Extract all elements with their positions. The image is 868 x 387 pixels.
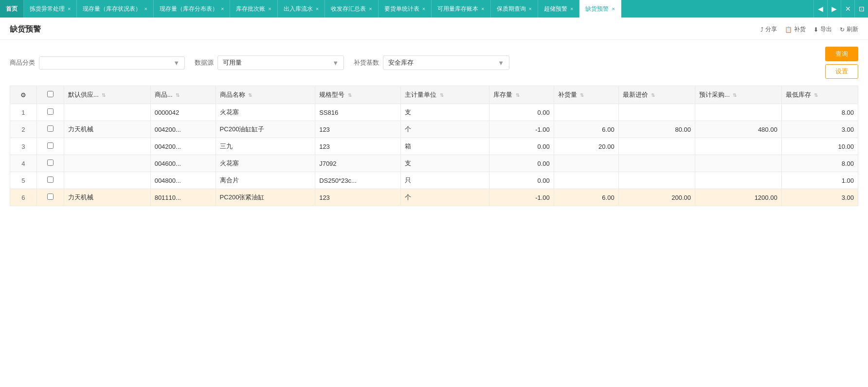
share-button[interactable]: ⤴ 分享 <box>760 25 777 34</box>
row-checkbox-1[interactable] <box>36 104 64 121</box>
tab-overstock[interactable]: 超储预警 × <box>538 0 579 18</box>
filter-actions: 查询 设置 <box>825 47 858 79</box>
row-num-6: 6 <box>10 189 37 206</box>
row-replenish-qty-5 <box>554 172 618 189</box>
col-settings[interactable]: ⚙ <box>10 86 37 104</box>
row-checkbox-6[interactable] <box>36 189 64 206</box>
tab-inventory-dist[interactable]: 现存量（库存分布表） × <box>154 0 230 18</box>
row-stock-qty-4: 0.00 <box>489 155 554 172</box>
row-latest-price-2: 80.00 <box>618 121 695 138</box>
col-min-stock[interactable]: 最低库存 ⇅ <box>781 86 858 104</box>
col-est-purchase[interactable]: 预计采购... ⇅ <box>695 86 781 104</box>
col-checkbox <box>36 86 64 104</box>
col-replenish-qty[interactable]: 补货量 ⇅ <box>554 86 618 104</box>
datasource-select-arrow-icon: ▼ <box>332 59 339 67</box>
row-stock-qty-2: -1.00 <box>489 121 554 138</box>
refresh-icon: ↻ <box>840 26 845 33</box>
row-spec-1: SS816 <box>315 104 401 121</box>
settings-button[interactable]: 设置 <box>825 64 858 79</box>
row-stock-qty-5: 0.00 <box>489 172 554 189</box>
sort-latest-price-icon: ⇅ <box>651 92 655 98</box>
row-select-checkbox-6[interactable] <box>47 194 54 200</box>
table-row: 2 力天机械 004200... PC200油缸缸子 123 个 -1.00 6… <box>10 121 858 138</box>
row-default-supplier-4 <box>64 155 150 172</box>
tab-available-ledger[interactable]: 可用量库存账本 × <box>432 0 490 18</box>
row-est-purchase-2: 480.00 <box>695 121 781 138</box>
tab-close-all-button[interactable]: ✕ <box>841 0 854 18</box>
tab-prev-button[interactable]: ◀ <box>814 0 827 18</box>
row-stock-qty-6: -1.00 <box>489 189 554 206</box>
row-replenish-qty-2: 6.00 <box>554 121 618 138</box>
tab-home[interactable]: 首页 <box>0 0 24 18</box>
sort-product-code-icon: ⇅ <box>176 92 180 98</box>
tab-order-stats[interactable]: 要货单统计表 × <box>379 0 432 18</box>
row-select-checkbox-1[interactable] <box>47 108 54 115</box>
row-product-name-3: 三九 <box>216 138 315 155</box>
col-product-code[interactable]: 商品... ⇅ <box>150 86 216 104</box>
datasource-filter-label: 数据源 <box>195 58 214 67</box>
close-tab-batch-account[interactable]: × <box>268 6 271 12</box>
row-unit-5: 只 <box>401 172 489 189</box>
row-num-1: 1 <box>10 104 37 121</box>
row-checkbox-3[interactable] <box>36 138 64 155</box>
sort-default-supplier-icon: ⇅ <box>102 92 106 98</box>
col-default-supplier[interactable]: 默认供应... ⇅ <box>64 86 150 104</box>
tab-shortage[interactable]: 缺货预警 × <box>579 0 621 18</box>
select-all-checkbox[interactable] <box>47 91 54 97</box>
close-tab-order-stats[interactable]: × <box>422 6 425 12</box>
col-unit[interactable]: 主计量单位 ⇅ <box>401 86 489 104</box>
tab-bar: 首页 拣货异常处理 × 现存量（库存状况表） × 现存量（库存分布表） × 库存… <box>0 0 868 18</box>
row-min-stock-2: 3.00 <box>781 121 858 138</box>
tab-batch-account[interactable]: 库存批次账 × <box>230 0 277 18</box>
tab-expiry-query[interactable]: 保质期查询 × <box>491 0 538 18</box>
table-body: 1 0000042 火花塞 SS816 支 0.00 8.00 2 力天机械 0… <box>10 104 858 206</box>
row-est-purchase-1 <box>695 104 781 121</box>
table-header-row: ⚙ 默认供应... ⇅ 商品... ⇅ 商品名称 ⇅ <box>10 86 858 104</box>
sort-stock-qty-icon: ⇅ <box>516 92 520 98</box>
row-select-checkbox-3[interactable] <box>47 142 54 149</box>
row-unit-4: 支 <box>401 155 489 172</box>
col-stock-qty[interactable]: 库存量 ⇅ <box>489 86 554 104</box>
col-latest-price[interactable]: 最新进价 ⇅ <box>618 86 695 104</box>
row-est-purchase-6: 1200.00 <box>695 189 781 206</box>
col-spec[interactable]: 规格型号 ⇅ <box>315 86 401 104</box>
tab-inventory-status[interactable]: 现存量（库存状况表） × <box>77 0 153 18</box>
refresh-button[interactable]: ↻ 刷新 <box>840 25 858 34</box>
tab-recv-total[interactable]: 收发存汇总表 × <box>325 0 378 18</box>
row-spec-4: J7092 <box>315 155 401 172</box>
close-tab-overstock[interactable]: × <box>570 6 573 12</box>
query-button[interactable]: 查询 <box>825 47 858 61</box>
row-min-stock-3: 10.00 <box>781 138 858 155</box>
row-select-checkbox-2[interactable] <box>47 125 54 132</box>
close-tab-abnormal[interactable]: × <box>68 6 71 12</box>
row-checkbox-5[interactable] <box>36 172 64 189</box>
row-select-checkbox-4[interactable] <box>47 159 54 166</box>
tab-inout-flow[interactable]: 出入库流水 × <box>278 0 325 18</box>
close-tab-expiry-query[interactable]: × <box>529 6 532 12</box>
col-product-name[interactable]: 商品名称 ⇅ <box>216 86 315 104</box>
close-tab-shortage[interactable]: × <box>612 6 615 12</box>
replenish-basis-filter-label: 补货基数 <box>354 58 379 67</box>
replenish-button[interactable]: 📋 补货 <box>785 25 806 34</box>
row-checkbox-4[interactable] <box>36 155 64 172</box>
tab-abnormal[interactable]: 拣货异常处理 × <box>24 0 77 18</box>
row-checkbox-2[interactable] <box>36 121 64 138</box>
category-select[interactable]: ▼ <box>39 56 185 70</box>
tab-maximize-button[interactable]: ⊡ <box>854 0 868 18</box>
close-tab-inventory-dist[interactable]: × <box>221 6 224 12</box>
close-tab-recv-total[interactable]: × <box>369 6 372 12</box>
close-tab-inout-flow[interactable]: × <box>316 6 319 12</box>
close-tab-available-ledger[interactable]: × <box>481 6 484 12</box>
export-button[interactable]: ⬇ 导出 <box>814 25 832 34</box>
row-spec-6: 123 <box>315 189 401 206</box>
row-select-checkbox-5[interactable] <box>47 176 54 183</box>
datasource-select[interactable]: 可用量 ▼ <box>217 55 344 70</box>
tab-next-button[interactable]: ▶ <box>827 0 841 18</box>
replenish-basis-select[interactable]: 安全库存 ▼ <box>383 55 509 70</box>
replenish-basis-select-value: 安全库存 <box>388 58 494 67</box>
row-product-code-5: 004800... <box>150 172 216 189</box>
row-product-code-3: 004200... <box>150 138 216 155</box>
close-tab-inventory-status[interactable]: × <box>144 6 147 12</box>
row-num-5: 5 <box>10 172 37 189</box>
table-container: ⚙ 默认供应... ⇅ 商品... ⇅ 商品名称 ⇅ <box>0 86 868 206</box>
